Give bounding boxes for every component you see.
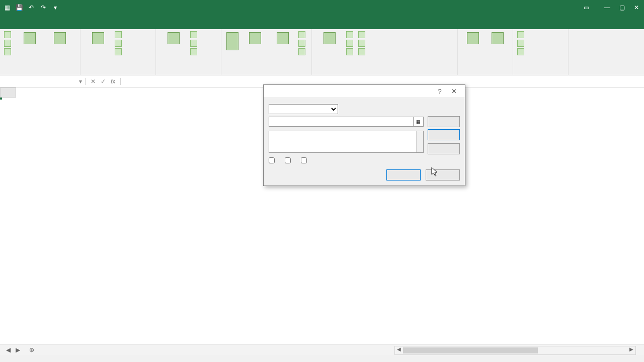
new-sheet-icon[interactable]: ⊕ xyxy=(29,346,34,353)
sort-btn[interactable] xyxy=(243,31,268,46)
sheet-nav-prev-icon[interactable]: ◀ xyxy=(6,346,11,353)
minimize-icon[interactable]: — xyxy=(604,4,610,11)
titlebar: ▦ 💾 ↶ ↷ ▾ ▭ — ▢ ✕ xyxy=(0,0,644,15)
qat-customize-icon[interactable]: ▾ xyxy=(51,4,59,12)
redo-icon[interactable]: ↷ xyxy=(39,4,47,12)
leftcol-checkbox[interactable] xyxy=(285,157,293,163)
sort-az[interactable] xyxy=(225,31,239,51)
delete-button[interactable] xyxy=(428,143,460,154)
clear-filter[interactable] xyxy=(298,31,307,38)
from-other-sources[interactable] xyxy=(16,31,43,46)
function-select[interactable] xyxy=(269,104,338,114)
from-web[interactable] xyxy=(4,40,13,47)
subtotal-btn[interactable] xyxy=(517,48,526,55)
whatif-analysis[interactable] xyxy=(462,31,484,46)
relationships-btn[interactable] xyxy=(358,40,367,47)
group-label-fc xyxy=(462,73,509,74)
from-text[interactable] xyxy=(4,48,13,55)
toprow-checkbox[interactable] xyxy=(269,157,277,163)
dialog-help-icon[interactable]: ? xyxy=(433,87,447,95)
data-validation[interactable] xyxy=(346,48,355,55)
listbox-scrollbar[interactable] xyxy=(416,131,423,152)
close-button[interactable] xyxy=(426,169,460,180)
horizontal-scrollbar[interactable]: ◀▶ xyxy=(394,346,636,355)
from-access[interactable] xyxy=(4,31,13,38)
excel-icon: ▦ xyxy=(3,4,11,12)
text-to-columns[interactable] xyxy=(316,31,343,46)
browse-button[interactable] xyxy=(428,116,460,127)
sheet-nav-next-icon[interactable]: ▶ xyxy=(16,346,20,353)
group-btn[interactable] xyxy=(517,31,526,38)
save-icon[interactable]: 💾 xyxy=(15,4,23,12)
fx-icon[interactable]: fx xyxy=(111,78,115,85)
manage-data-model[interactable] xyxy=(358,48,367,55)
add-button[interactable] xyxy=(428,129,460,140)
new-query[interactable] xyxy=(85,31,112,46)
maximize-icon[interactable]: ▢ xyxy=(619,4,625,11)
edit-links-btn[interactable] xyxy=(190,48,199,55)
from-table[interactable] xyxy=(115,40,124,47)
group-label-dt xyxy=(316,73,453,74)
properties-btn[interactable] xyxy=(190,40,199,47)
select-all-corner[interactable] xyxy=(0,87,16,98)
existing-connections[interactable] xyxy=(46,31,73,46)
refresh-all[interactable] xyxy=(160,31,187,46)
advanced-filter[interactable] xyxy=(298,48,307,55)
ribbon-display-icon[interactable]: ▭ xyxy=(584,4,589,11)
show-queries[interactable] xyxy=(115,31,124,38)
dialog-close-icon[interactable]: ✕ xyxy=(447,87,461,95)
marching-ants-selection xyxy=(0,98,2,100)
cancel-formula-icon[interactable]: ✕ xyxy=(91,78,96,85)
group-label-ol xyxy=(517,73,564,74)
ribbon xyxy=(0,29,644,75)
connections-btn[interactable] xyxy=(190,31,199,38)
status-bar xyxy=(0,355,644,362)
forecast-sheet[interactable] xyxy=(487,31,509,46)
chevron-down-icon[interactable]: ▾ xyxy=(79,78,82,85)
ribbon-tabs xyxy=(0,15,644,29)
remove-duplicates[interactable] xyxy=(346,40,355,47)
ok-button[interactable] xyxy=(386,169,421,180)
name-box[interactable]: ▾ xyxy=(0,78,86,85)
flash-fill[interactable] xyxy=(346,31,355,38)
range-picker-icon[interactable]: ▦ xyxy=(414,117,424,127)
create-links-checkbox[interactable] xyxy=(301,157,309,163)
group-label-sf xyxy=(225,73,307,74)
group-label-conn xyxy=(160,73,217,74)
consolidate-btn[interactable] xyxy=(358,31,367,38)
close-icon[interactable]: ✕ xyxy=(634,4,639,11)
recent-sources[interactable] xyxy=(115,48,124,55)
filter-btn[interactable] xyxy=(271,31,296,46)
group-label-ged xyxy=(4,73,76,74)
enter-formula-icon[interactable]: ✓ xyxy=(101,78,106,85)
group-label-gt xyxy=(85,73,151,74)
consolidate-dialog: ? ✕ ▦ xyxy=(263,84,465,186)
ungroup-btn[interactable] xyxy=(517,40,526,47)
references-listbox[interactable] xyxy=(269,131,424,153)
reference-input[interactable] xyxy=(269,117,414,127)
reapply-filter[interactable] xyxy=(298,40,307,47)
undo-icon[interactable]: ↶ xyxy=(27,4,35,12)
